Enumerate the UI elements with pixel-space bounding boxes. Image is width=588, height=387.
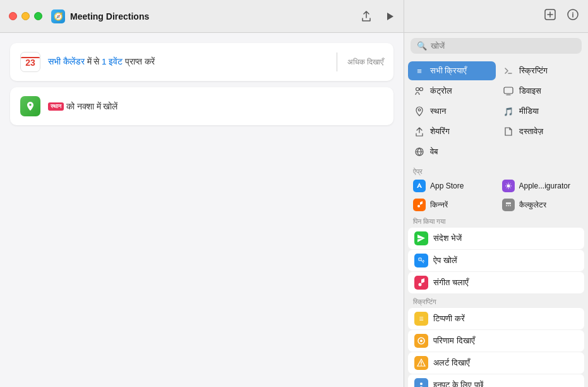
sidebar-item-scripting-label: स्क्रिप्टिंग	[519, 66, 548, 76]
location-icon	[413, 105, 426, 118]
sidebar-item-devices[interactable]: डिवाइस	[497, 82, 585, 101]
calendar-card[interactable]: 23 सभी कैलेंडर में से 1 इवेंट प्राप्त कर…	[10, 43, 393, 81]
scripting-icon	[502, 64, 515, 77]
scripting-item-show-result[interactable]: परिणाम दिखाएँ	[408, 330, 584, 352]
title-bar: 🧭 Meeting Directions	[0, 0, 404, 33]
app-icon: 🧭	[51, 9, 65, 23]
maps-card[interactable]: स्थान को नक्शा में खोलें	[10, 87, 393, 125]
sidebar-item-web-label: वेब	[430, 147, 438, 157]
minimize-button[interactable]	[21, 12, 30, 20]
calendar-day: 23	[25, 58, 35, 67]
add-action-button[interactable]	[544, 8, 556, 24]
svg-point-16	[420, 340, 423, 342]
sidebar-item-scripting[interactable]: स्क्रिप्टिंग	[497, 61, 585, 80]
sidebar-item-all[interactable]: ≡ सभी क्रियाएँ	[408, 61, 496, 80]
appstore-icon	[413, 180, 426, 192]
close-button[interactable]	[9, 12, 17, 20]
app-item-itunes[interactable]: किन्नरें	[408, 196, 496, 214]
calculator-icon	[502, 199, 515, 211]
svg-point-4	[420, 88, 423, 91]
scripting-show-result-label: परिणाम दिखाएँ	[433, 336, 475, 346]
svg-rect-11	[506, 206, 507, 207]
svg-point-17	[420, 383, 423, 385]
pinned-send-message-label: संदेश भेजें	[433, 233, 462, 243]
window-title: Meeting Directions	[70, 11, 361, 22]
search-bar: 🔍	[404, 33, 588, 59]
maps-text: को नक्शा में खोलें	[66, 102, 117, 112]
sidebar-item-control[interactable]: कंट्रोल	[408, 82, 496, 101]
calendar-all-label: सभी कैलेंडर	[48, 57, 85, 66]
control-icon	[413, 85, 426, 97]
play-button[interactable]	[385, 11, 395, 22]
info-button[interactable]	[567, 8, 579, 24]
scripting-show-alert-label: अलर्ट दिखाएँ	[433, 358, 470, 368]
pinned-section-label: पिन किया गया	[404, 214, 588, 227]
sidebar-item-web[interactable]: वेब	[408, 142, 496, 161]
search-input[interactable]	[431, 41, 575, 51]
card-calendar-content: सभी कैलेंडर में से 1 इवेंट प्राप्त करें	[48, 57, 327, 67]
sidebar-item-sharing-label: शेयरिंग	[430, 127, 450, 137]
scripting-section-label: स्क्रिप्टिंग	[404, 294, 588, 307]
card-maps-content: स्थान को नक्शा में खोलें	[48, 101, 383, 112]
sidebar-item-documents-label: दस्तावेज़	[519, 127, 543, 137]
maximize-button[interactable]	[34, 12, 42, 20]
sidebar-item-sharing[interactable]: शेयरिंग	[408, 122, 496, 141]
open-app-icon	[414, 254, 428, 267]
sidebar-item-location[interactable]: स्थान	[408, 102, 496, 121]
share-button[interactable]	[361, 11, 372, 22]
svg-point-14	[419, 283, 422, 286]
apps-grid: App Store Apple...igurator	[404, 177, 588, 214]
sharing-icon	[413, 125, 426, 138]
sidebar-item-media[interactable]: 🎵 मीडिया	[497, 102, 585, 121]
show-alert-icon	[414, 356, 428, 370]
scripting-ask-input-label: इनपुट के लिए पूछें	[433, 380, 483, 387]
all-icon: ≡	[413, 64, 426, 77]
sidebar-item-all-label: सभी क्रियाएँ	[430, 66, 467, 76]
scripting-item-show-alert[interactable]: अलर्ट दिखाएँ	[408, 352, 584, 374]
pinned-item-open-app[interactable]: ऐप खोलें	[408, 250, 584, 271]
right-header	[404, 0, 588, 33]
svg-point-7	[507, 185, 510, 188]
calendar-event-count: 1 इवेंट	[102, 57, 123, 66]
maps-badge: स्थान	[48, 102, 64, 111]
more-label[interactable]: अधिक दिखाएँ	[347, 58, 383, 66]
send-message-icon	[414, 231, 428, 245]
svg-rect-13	[510, 206, 511, 207]
media-icon: 🎵	[502, 105, 515, 118]
app-item-apple-config[interactable]: Apple...igurator	[497, 177, 585, 195]
left-panel: 🧭 Meeting Directions 23 सभी कैलेंडर	[0, 0, 404, 387]
search-icon: 🔍	[417, 41, 427, 51]
web-icon	[413, 145, 426, 158]
svg-rect-12	[508, 206, 509, 207]
calculator-label: कैल्कुलेटर	[519, 200, 546, 209]
comment-icon: ≡	[414, 312, 428, 326]
sidebar-item-documents[interactable]: दस्तावेज़	[497, 122, 585, 141]
apple-config-label: Apple...igurator	[519, 181, 570, 190]
pinned-item-play-music[interactable]: संगीत चलाएँ	[408, 272, 584, 293]
calendar-suffix: प्राप्त करें	[125, 57, 155, 66]
search-input-wrap: 🔍	[411, 38, 582, 54]
app-item-appstore[interactable]: App Store	[408, 177, 496, 195]
pinned-item-send-message[interactable]: संदेश भेजें	[408, 228, 584, 249]
pinned-open-app-label: ऐप खोलें	[433, 255, 457, 266]
play-music-icon	[414, 276, 428, 290]
category-grid: ≡ सभी क्रियाएँ स्क्रिप्टिंग	[404, 59, 588, 164]
scripting-comment-label: टिप्पणी करें	[433, 314, 465, 324]
sidebar-scroll: ≡ सभी क्रियाएँ स्क्रिप्टिंग	[404, 59, 588, 387]
scripting-item-comment[interactable]: ≡ टिप्पणी करें	[408, 308, 584, 329]
itunes-label: किन्नरें	[430, 200, 448, 209]
sidebar-item-media-label: मीडिया	[519, 107, 539, 116]
pinned-play-music-label: संगीत चलाएँ	[433, 278, 469, 288]
svg-marker-0	[387, 13, 393, 20]
svg-point-3	[416, 88, 419, 91]
sidebar-item-control-label: कंट्रोल	[430, 87, 452, 96]
calendar-middle-text: में से	[87, 57, 102, 66]
svg-point-8	[417, 205, 420, 207]
ask-input-icon	[414, 378, 428, 387]
app-item-calculator[interactable]: कैल्कुलेटर	[497, 196, 585, 214]
traffic-lights	[9, 12, 42, 20]
right-panel: 🔍 ≡ सभी क्रियाएँ स्क्रिप्टिंग	[404, 0, 588, 387]
svg-rect-5	[504, 87, 513, 94]
show-result-icon	[414, 334, 428, 348]
scripting-item-ask-input[interactable]: इनपुट के लिए पूछें	[408, 374, 584, 387]
